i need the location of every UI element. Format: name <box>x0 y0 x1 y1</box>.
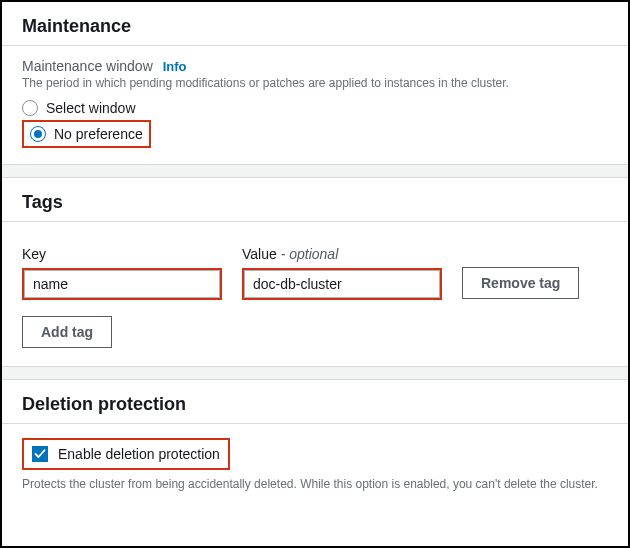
section-gap <box>2 164 628 178</box>
info-link[interactable]: Info <box>163 59 187 74</box>
radio-icon <box>22 100 38 116</box>
tag-value-col: Value - optional <box>242 246 442 300</box>
maintenance-window-label: Maintenance window Info <box>22 58 608 74</box>
tag-row: Key Value - optional Remove tag <box>22 246 608 300</box>
checkbox-checked-icon <box>32 446 48 462</box>
remove-tag-button[interactable]: Remove tag <box>462 267 579 299</box>
radio-select-window-label: Select window <box>46 100 136 116</box>
tag-key-input[interactable] <box>24 270 220 298</box>
highlight-tag-value <box>242 268 442 300</box>
tag-value-label: Value - optional <box>242 246 442 262</box>
tags-section: Tags Key Value - optional Remove tag <box>2 178 628 366</box>
radio-select-window[interactable]: Select window <box>22 100 608 116</box>
highlight-no-preference: No preference <box>22 120 151 148</box>
highlight-tag-key <box>22 268 222 300</box>
maintenance-window-desc: The period in which pending modification… <box>22 76 608 90</box>
deletion-section: Deletion protection Enable deletion prot… <box>2 380 628 511</box>
tag-value-optional: - optional <box>281 246 339 262</box>
add-tag-button[interactable]: Add tag <box>22 316 112 348</box>
tag-key-label: Key <box>22 246 222 262</box>
maintenance-window-label-text: Maintenance window <box>22 58 153 74</box>
radio-icon <box>30 126 46 142</box>
tag-value-label-text: Value <box>242 246 277 262</box>
maintenance-section: Maintenance Maintenance window Info The … <box>2 2 628 164</box>
radio-no-preference[interactable]: No preference <box>30 126 143 142</box>
deletion-desc: Protects the cluster from being accident… <box>22 476 608 493</box>
deletion-title: Deletion protection <box>22 394 608 415</box>
enable-deletion-protection-label: Enable deletion protection <box>58 446 220 462</box>
highlight-deletion-checkbox: Enable deletion protection <box>22 438 230 470</box>
tag-key-col: Key <box>22 246 222 300</box>
tag-value-input[interactable] <box>244 270 440 298</box>
add-tag-row: Add tag <box>22 316 608 348</box>
tag-remove-col: Remove tag <box>462 267 579 300</box>
tags-title: Tags <box>22 192 608 213</box>
maintenance-title: Maintenance <box>22 16 608 37</box>
radio-no-preference-label: No preference <box>54 126 143 142</box>
enable-deletion-protection-checkbox[interactable]: Enable deletion protection <box>32 446 220 462</box>
section-gap <box>2 366 628 380</box>
